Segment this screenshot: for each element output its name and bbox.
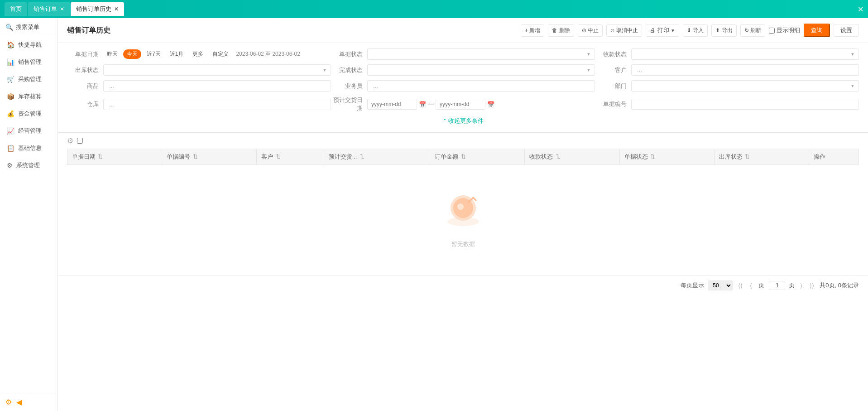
empty-icon bbox=[441, 192, 486, 236]
date-tab-7days[interactable]: 近7天 bbox=[143, 49, 164, 59]
search-menu[interactable]: 🔍 搜索菜单 bbox=[0, 18, 58, 36]
dept-select[interactable]: ▼ bbox=[631, 80, 859, 92]
sidebar-expand-btn[interactable]: ◀ bbox=[16, 398, 22, 406]
operations-icon: 📈 bbox=[7, 127, 14, 135]
content-area: 销售订单历史 + 新增 🗑 删除 ⊘ 中止 ⊙ 取消中止 🖨 打印 ▼ ⬇ 导入… bbox=[58, 18, 868, 411]
collapse-button[interactable]: ⌃ 收起更多条件 bbox=[442, 117, 484, 125]
export-button[interactable]: ⬆ 导出 bbox=[711, 24, 736, 37]
table-area: ⚙ 单据日期 ⇅ 单据编号 ⇅ 客户 bbox=[58, 133, 868, 276]
print-button[interactable]: 🖨 打印 ▼ bbox=[646, 24, 679, 37]
date-tab-today[interactable]: 今天 bbox=[123, 49, 141, 59]
show-detail-label[interactable]: 显示明细 bbox=[769, 26, 800, 34]
tab-sales-order-history[interactable]: 销售订单历史 ✕ bbox=[71, 2, 124, 16]
window-close-icon[interactable]: ✕ bbox=[858, 5, 863, 14]
goods-dots-icon[interactable]: ... bbox=[107, 82, 116, 89]
table-header-row: 单据日期 ⇅ 单据编号 ⇅ 客户 ⇅ 预计交货... bbox=[67, 149, 859, 165]
sort-delivery-icon: ⇅ bbox=[360, 153, 364, 160]
table-toolbar: ⚙ bbox=[67, 133, 859, 149]
table-settings-icon[interactable]: ⚙ bbox=[67, 136, 73, 145]
docno-input[interactable] bbox=[631, 99, 859, 110]
date-tab-yesterday[interactable]: 昨天 bbox=[103, 49, 121, 59]
date-tab-more[interactable]: 更多 bbox=[189, 49, 207, 59]
sidebar-item-quicknav[interactable]: 🏠 快捷导航 bbox=[0, 36, 58, 53]
date-tab-1month[interactable]: 近1月 bbox=[166, 49, 187, 59]
show-detail-checkbox[interactable] bbox=[769, 28, 775, 34]
per-page-select[interactable]: 50 100 200 bbox=[708, 280, 733, 290]
complete-status-select[interactable]: ▼ bbox=[367, 64, 595, 76]
empty-text: 暂无数据 bbox=[451, 240, 475, 248]
per-page-label: 每页显示 bbox=[681, 281, 704, 290]
goods-input[interactable]: ... bbox=[103, 80, 331, 92]
tab-sales-order-history-close[interactable]: ✕ bbox=[114, 6, 119, 12]
current-page-input[interactable] bbox=[769, 281, 785, 290]
dept-label: 部门 bbox=[595, 82, 631, 90]
sidebar-item-finance[interactable]: 💰 资金管理 bbox=[0, 105, 58, 122]
next-page-btn[interactable]: ⟩ bbox=[798, 281, 804, 290]
import-button[interactable]: ⬇ 导入 bbox=[683, 24, 708, 37]
sidebar-item-system[interactable]: ⚙ 系统管理 bbox=[0, 157, 58, 174]
cancel-stop-button[interactable]: ⊙ 取消中止 bbox=[606, 24, 642, 37]
out-status-arrow-icon: ▼ bbox=[322, 68, 327, 73]
sidebar-item-purchase[interactable]: 🛒 采购管理 bbox=[0, 71, 58, 88]
col-delivery[interactable]: 预计交货... ⇅ bbox=[324, 149, 430, 165]
col-no[interactable]: 单据编号 ⇅ bbox=[162, 149, 257, 165]
calendar-end-icon[interactable]: 📅 bbox=[487, 101, 494, 108]
warehouse-input[interactable]: ... bbox=[103, 99, 331, 110]
salesperson-dots-icon[interactable]: ... bbox=[371, 82, 380, 89]
select-all-checkbox[interactable] bbox=[77, 138, 83, 144]
col-customer[interactable]: 客户 ⇅ bbox=[257, 149, 324, 165]
out-status-select[interactable]: ▼ bbox=[103, 64, 331, 76]
date-tab-custom[interactable]: 自定义 bbox=[209, 49, 232, 59]
col-date[interactable]: 单据日期 ⇅ bbox=[67, 149, 162, 165]
customer-dots-icon[interactable]: ... bbox=[635, 67, 644, 73]
tab-sales-order[interactable]: 销售订单 ✕ bbox=[28, 2, 70, 16]
sidebar-settings-btn[interactable]: ⚙ bbox=[5, 398, 12, 406]
doc-status-arrow-icon: ▼ bbox=[586, 52, 591, 57]
warehouse-label: 仓库 bbox=[67, 100, 103, 108]
refresh-button[interactable]: ↻ 刷新 bbox=[740, 24, 765, 37]
data-table: 单据日期 ⇅ 单据编号 ⇅ 客户 ⇅ 预计交货... bbox=[67, 149, 859, 165]
salesperson-input[interactable]: ... bbox=[367, 80, 595, 92]
warehouse-dots-icon[interactable]: ... bbox=[107, 101, 116, 108]
page-title: 销售订单历史 bbox=[67, 26, 521, 35]
sidebar-item-sales[interactable]: 📊 销售管理 bbox=[0, 53, 58, 71]
filter-doc-status-col: 单据状态 ▼ bbox=[331, 48, 595, 60]
receipt-status-select[interactable]: ▼ bbox=[631, 48, 859, 60]
calendar-start-icon[interactable]: 📅 bbox=[419, 101, 426, 108]
new-button[interactable]: + 新增 bbox=[521, 24, 544, 37]
top-bar: 首页 销售订单 ✕ 销售订单历史 ✕ ✕ bbox=[0, 0, 868, 18]
col-doc-status[interactable]: 单据状态 ⇅ bbox=[619, 149, 714, 165]
delivery-date-start[interactable] bbox=[367, 99, 417, 110]
prev-page-btn[interactable]: ⟨ bbox=[748, 281, 754, 290]
svg-line-5 bbox=[473, 198, 476, 200]
svg-point-3 bbox=[457, 203, 464, 210]
dept-arrow-icon: ▼ bbox=[850, 83, 855, 88]
tab-sales-order-close[interactable]: ✕ bbox=[60, 6, 64, 12]
finance-icon: 💰 bbox=[7, 110, 14, 117]
filter-area: 单据日期 昨天 今天 近7天 近1月 更多 自定义 2023-06-02 至 2… bbox=[58, 43, 868, 133]
collapse-row: ⌃ 收起更多条件 bbox=[67, 115, 859, 127]
tab-home[interactable]: 首页 bbox=[5, 2, 27, 16]
col-receipt-status[interactable]: 收款状态 ⇅ bbox=[525, 149, 619, 165]
filter-out-status-col: 出库状态 ▼ bbox=[67, 64, 331, 76]
sidebar-item-basic[interactable]: 📋 基础信息 bbox=[0, 140, 58, 157]
col-out-status[interactable]: 出库状态 ⇅ bbox=[714, 149, 809, 165]
sidebar-item-operations[interactable]: 📈 经营管理 bbox=[0, 122, 58, 140]
first-page-btn[interactable]: ⟨⟨ bbox=[736, 281, 744, 290]
inventory-icon: 📦 bbox=[7, 93, 14, 100]
sidebar-item-inventory[interactable]: 📦 库存核算 bbox=[0, 88, 58, 105]
query-button[interactable]: 查询 bbox=[804, 24, 830, 37]
filter-complete-status-col: 完成状态 ▼ bbox=[331, 64, 595, 76]
docno-label: 单据编号 bbox=[595, 100, 631, 108]
col-amount[interactable]: 订单金额 ⇅ bbox=[430, 149, 525, 165]
customer-input[interactable]: ... bbox=[631, 64, 859, 76]
delete-button[interactable]: 🗑 删除 bbox=[548, 24, 574, 37]
stop-button[interactable]: ⊘ 中止 bbox=[578, 24, 603, 37]
delivery-date-end[interactable] bbox=[436, 99, 485, 110]
sort-no-icon: ⇅ bbox=[193, 153, 198, 160]
filter-receipt-status-col: 收款状态 ▼ bbox=[595, 48, 859, 60]
settings-button[interactable]: 设置 bbox=[834, 24, 859, 37]
customer-label: 客户 bbox=[595, 66, 631, 74]
last-page-btn[interactable]: ⟩⟩ bbox=[808, 281, 816, 290]
doc-status-select[interactable]: ▼ bbox=[367, 48, 595, 60]
